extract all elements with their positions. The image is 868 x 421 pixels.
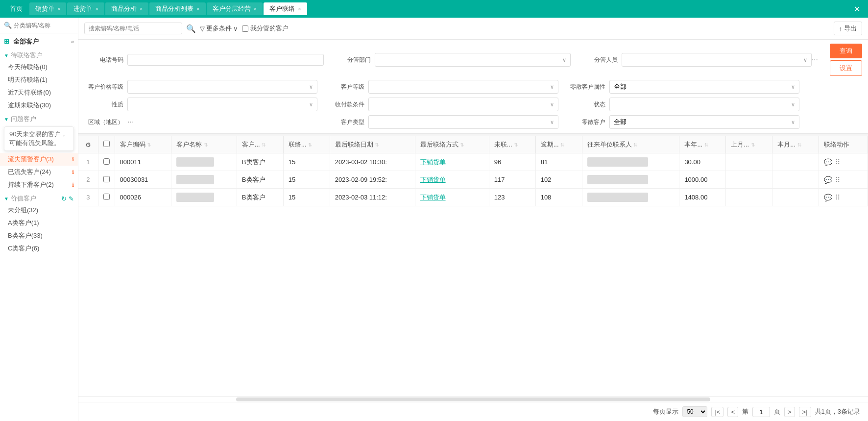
more-conditions-button[interactable]: ▽ 更多条件 ∨: [200, 24, 238, 33]
sidebar-item-tomorrow[interactable]: 明天待联络(1): [0, 74, 78, 86]
sidebar-item-churn-warning[interactable]: 流失预警客户(3) ℹ: [0, 153, 78, 166]
nature-label: 性质: [84, 100, 123, 109]
page-number-input[interactable]: [752, 407, 770, 417]
nav-tab-purchaseorder[interactable]: 进货单 ×: [67, 2, 104, 15]
price-grade-select[interactable]: ∨: [127, 80, 317, 94]
retail-customer-select[interactable]: 全部 ∨: [609, 115, 799, 129]
first-page-button[interactable]: |<: [711, 407, 723, 417]
close-icon[interactable]: ×: [254, 6, 257, 12]
row-select-checkbox[interactable]: [103, 194, 110, 200]
th-last-month[interactable]: 上月... ⇅: [726, 136, 772, 153]
contact-method-link[interactable]: 下销货单: [420, 194, 446, 201]
search-button[interactable]: 🔍: [186, 24, 196, 33]
select-all-checkbox[interactable]: [103, 141, 110, 147]
next-page-button[interactable]: >: [784, 407, 795, 417]
row-checkbox[interactable]: [98, 189, 115, 206]
close-icon[interactable]: ×: [57, 6, 60, 12]
row-last-contact-method[interactable]: 下销货单: [415, 171, 489, 189]
sidebar-item-churned[interactable]: 已流失客户(24) ℹ: [0, 166, 78, 178]
sort-icon: ⇅: [704, 142, 708, 148]
nav-tab-productanalysis[interactable]: 商品分析 ×: [105, 2, 148, 15]
action-more-icon[interactable]: ⠿: [835, 194, 840, 201]
row-this-year: 30.00: [679, 153, 726, 171]
row-select-checkbox[interactable]: [103, 176, 110, 182]
action-more-icon[interactable]: ⠿: [835, 176, 840, 184]
th-name[interactable]: 客户名称 ⇅: [171, 136, 237, 153]
row-last-contact-method[interactable]: 下销货单: [415, 189, 489, 206]
export-button[interactable]: ↑ 导出: [834, 22, 863, 35]
sort-icon: ⇅: [797, 142, 801, 148]
total-records-label: 共1页，3条记录: [815, 407, 860, 416]
nav-tab-salesorder[interactable]: 销货单 ×: [29, 2, 66, 15]
th-settings[interactable]: ⚙: [78, 136, 98, 153]
sidebar-item-class-a[interactable]: A类客户(1): [0, 217, 78, 229]
close-icon[interactable]: ×: [196, 6, 199, 12]
edit-icon[interactable]: ✎: [69, 195, 74, 202]
nature-select[interactable]: ∨: [127, 98, 317, 111]
search-input[interactable]: [84, 23, 182, 34]
th-this-month[interactable]: 本月... ⇅: [772, 136, 819, 153]
sidebar-item-7days[interactable]: 近7天待联络(0): [0, 86, 78, 99]
row-actions: 💬 ⠿: [819, 153, 868, 171]
sidebar-item-class-b[interactable]: B类客户(33): [0, 229, 78, 242]
th-checkbox[interactable]: [98, 136, 115, 153]
region-label: 区域（地区）: [84, 118, 123, 126]
row-select-checkbox[interactable]: [103, 158, 110, 165]
query-button[interactable]: 查询: [830, 44, 862, 58]
row-unlink-days: 123: [489, 189, 535, 206]
dept-select[interactable]: ∨: [375, 53, 571, 67]
nav-home-tab[interactable]: 首页: [4, 2, 28, 15]
nav-tab-customercontact[interactable]: 客户联络 ×: [264, 2, 307, 15]
sidebar-item-declining[interactable]: 持续下滑客户(2) ℹ: [0, 178, 78, 191]
customer-type-select[interactable]: ∨: [368, 115, 558, 129]
sidebar-item-today[interactable]: 今天待联络(0): [0, 61, 78, 74]
th-contact-person[interactable]: 往来单位联系人 ⇅: [582, 136, 679, 153]
sidebar-item-overdue[interactable]: 逾期未联络(30): [0, 99, 78, 112]
close-icon[interactable]: ×: [140, 6, 143, 12]
th-this-year[interactable]: 本年... ⇅: [679, 136, 726, 153]
th-contact-count[interactable]: 联络... ⇅: [283, 136, 330, 153]
dots-button[interactable]: ···: [812, 56, 818, 64]
settings-button[interactable]: 设置: [830, 60, 862, 76]
filter-retail-attr: 零散客户属性 全部 ∨: [566, 80, 799, 94]
row-checkbox[interactable]: [98, 153, 115, 171]
retail-attr-select[interactable]: 全部 ∨: [609, 80, 799, 94]
th-overdue[interactable]: 逾期... ⇅: [535, 136, 582, 153]
nav-tab-productlist[interactable]: 商品分析列表 ×: [149, 2, 205, 15]
nav-tab-customerlayer[interactable]: 客户分层经营 ×: [207, 2, 263, 15]
sidebar-search-input[interactable]: [14, 22, 78, 29]
status-select[interactable]: ∨: [609, 98, 799, 111]
th-code[interactable]: 客户编码 ⇅: [115, 136, 171, 153]
window-close-button[interactable]: ✕: [850, 4, 864, 14]
action-chat-icon[interactable]: 💬: [824, 158, 832, 166]
action-chat-icon[interactable]: 💬: [824, 194, 832, 201]
row-last-contact-method[interactable]: 下销货单: [415, 153, 489, 171]
prev-page-button[interactable]: <: [727, 407, 738, 417]
customer-grade-select[interactable]: ∨: [368, 80, 558, 94]
th-unlink-days[interactable]: 未联... ⇅: [489, 136, 535, 153]
action-more-icon[interactable]: ⠿: [835, 158, 840, 166]
close-icon[interactable]: ×: [298, 6, 301, 12]
region-dots-button[interactable]: ···: [127, 118, 134, 126]
my-customers-checkbox[interactable]: [242, 25, 248, 32]
th-type[interactable]: 客户... ⇅: [237, 136, 283, 153]
close-icon[interactable]: ×: [95, 6, 98, 12]
manager-select[interactable]: ∨: [622, 53, 811, 67]
refresh-icon[interactable]: ↻: [61, 195, 67, 202]
action-chat-icon[interactable]: 💬: [824, 176, 832, 184]
contact-method-link[interactable]: 下销货单: [420, 158, 446, 166]
sidebar-all-customers[interactable]: ⊞ 全部客户 «: [0, 33, 78, 48]
top-nav: 首页 销货单 × 进货单 × 商品分析 × 商品分析列表 × 客户分层经营 × …: [0, 0, 868, 18]
contact-method-link[interactable]: 下销货单: [420, 176, 446, 183]
chevron-down-icon: ∨: [309, 101, 313, 108]
payment-select[interactable]: ∨: [368, 98, 558, 111]
sidebar-item-ungrouped[interactable]: 未分组(32): [0, 204, 78, 217]
sidebar-item-class-c[interactable]: C类客户(6): [0, 242, 78, 255]
phone-input[interactable]: [127, 54, 324, 66]
th-last-contact-date[interactable]: 最后联络日期 ⇅: [330, 136, 415, 153]
page-size-select[interactable]: 50 100 200: [682, 406, 707, 417]
last-page-button[interactable]: >|: [799, 407, 811, 417]
blurred-name: ████: [176, 193, 214, 202]
row-checkbox[interactable]: [98, 171, 115, 189]
th-last-contact-method[interactable]: 最后联络方式 ⇅: [415, 136, 489, 153]
